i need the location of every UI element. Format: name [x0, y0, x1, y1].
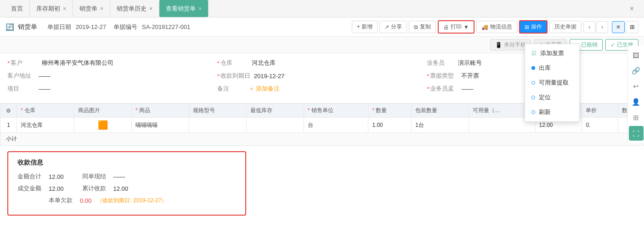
share-button[interactable]: ↗ 分享 [379, 21, 407, 33]
effective-icon: ✓ [610, 42, 615, 48]
share-icon: ↗ [384, 24, 389, 30]
th-unit: * 销售单位 [304, 104, 368, 118]
operate-icon: ⊞ [525, 24, 529, 30]
customer-field: * 客户 柳州粤港平安气体有限公司 [7, 59, 217, 67]
dropdown-outbound[interactable]: 出库 [525, 61, 579, 75]
warehouse-field: * 仓库 河北仓库 [217, 59, 427, 67]
staff-value: 演示账号 [458, 59, 482, 67]
close-view-sales[interactable]: × [198, 6, 202, 12]
same-order-label: 同单现结 [82, 172, 110, 181]
copy-icon: ⧉ [414, 24, 418, 30]
tab-inventory-init[interactable]: 库存期初 × [30, 0, 73, 17]
subtotal-label: 小计 [0, 133, 644, 146]
ticket-value: 不开票 [461, 72, 479, 80]
sidebar-expand-icon[interactable]: ⛶ [629, 126, 644, 141]
close-inventory-init[interactable]: × [63, 6, 66, 12]
logistics-icon: 🚚 [481, 24, 488, 30]
number-label: 单据编号 SA-20191227-001 [113, 23, 190, 31]
tab-view-sales[interactable]: 查看销货单 × [159, 0, 209, 17]
close-sales-history[interactable]: × [149, 6, 153, 12]
owed-item: 本单欠款 0.00 （收款到期日: 2019-12-27） [49, 196, 167, 205]
tab-bar: 首页 库存期初 × 销货单 × 销货单历史 × 查看销货单 × × [0, 0, 644, 17]
address-value: —— [39, 73, 51, 80]
th-product: * 商品 [131, 104, 189, 118]
cumulative-label: 累计收款 [82, 184, 110, 193]
tab-home[interactable]: 首页 [5, 0, 30, 17]
cell-price: 0. [582, 118, 618, 133]
th-spec: 规格型号 [189, 104, 246, 118]
doc-title-area: 🔄 销货单 [6, 23, 37, 31]
sidebar-grid-icon[interactable]: ⊞ [629, 110, 644, 125]
th-img: 商品图片 [74, 104, 131, 118]
operate-button[interactable]: ⊞ 操作 [519, 20, 548, 34]
radio-dot-blue [531, 66, 535, 70]
transaction-label: 成交金额 [17, 184, 45, 193]
view-buttons: ≡ ⊞ [612, 21, 638, 33]
th-settings[interactable]: ⚙ [0, 104, 17, 118]
checkbox-icon: ☑ [531, 50, 537, 57]
cell-warehouse: 河北仓库 [17, 118, 74, 133]
list-view-button[interactable]: ≡ [612, 21, 625, 33]
next-button[interactable]: › [596, 21, 608, 33]
address-label: 客户地址 [7, 72, 35, 80]
cell-product: 嗝嗝嗝嗝 [131, 118, 189, 133]
radio-dot-outline-2 [531, 96, 535, 99]
owed-label: 本单欠款 [49, 196, 76, 205]
tab-sales-history[interactable]: 销货单历史 × [110, 0, 159, 17]
payment-row-1: 金额合计 12.00 同单现结 —— [17, 172, 236, 181]
cell-qty: 1.00 [368, 118, 412, 133]
total-label: 金额合计 [17, 172, 45, 181]
sidebar-return-icon[interactable]: ↩ [629, 79, 644, 94]
main-toolbar: 🔄 销货单 单据日期 2019-12-27 单据编号 SA-20191227-0… [0, 17, 644, 37]
cell-spec [189, 118, 246, 133]
grid-view-button[interactable]: ⊞ [626, 21, 638, 33]
sidebar-user-icon[interactable]: 👤 [629, 95, 644, 109]
doc-meta: 单据日期 2019-12-27 单据编号 SA-20191227-001 [47, 23, 190, 31]
total-value: 12.00 [49, 173, 64, 180]
dropdown-refresh[interactable]: 刷新 [525, 105, 579, 120]
number-value: SA-20191227-001 [142, 23, 191, 30]
address-field: 客户地址 —— [7, 72, 217, 80]
th-price: 单价 [582, 104, 618, 118]
note-label: 备注 [217, 85, 245, 93]
cumulative-item: 累计收款 12.00 [82, 184, 129, 193]
staff2-value: —— [461, 85, 473, 92]
staff-label: 业务员 [427, 59, 454, 67]
tab-bar-close[interactable]: × [624, 5, 639, 13]
cell-pkg-qty: 1台 [412, 118, 469, 133]
date-label: 单据日期 2019-12-27 [47, 23, 106, 31]
close-sales[interactable]: × [100, 6, 103, 12]
plus-icon: ＋ [249, 85, 254, 93]
print-button[interactable]: 🖨 打印 ▼ [438, 20, 475, 34]
th-warehouse: * 仓库 [17, 104, 74, 118]
sidebar-image-icon[interactable]: 🖼 [629, 48, 644, 63]
mobile-icon: 📱 [495, 42, 502, 48]
logistics-button[interactable]: 🚚 物流信息 [476, 21, 517, 33]
due-date-field: * 收款到期日 2019-12-27 [217, 72, 427, 80]
dropdown-locate[interactable]: 定位 [525, 90, 579, 105]
transaction-value: 12.00 [49, 185, 64, 192]
cumulative-value: 12.00 [113, 185, 129, 192]
staff2-label: 业务员孟 [430, 85, 458, 93]
payment-section: 收款信息 金额合计 12.00 同单现结 —— 成交金额 12.00 累计收款 [7, 151, 246, 216]
sidebar-link-icon[interactable]: 🔗 [629, 63, 644, 78]
project-label: 项目 [7, 85, 35, 93]
subtotal-row: 小计 [0, 133, 644, 146]
transaction-item: 成交金额 12.00 [17, 184, 64, 193]
print-dropdown-icon: ▼ [463, 24, 469, 30]
add-note-button[interactable]: ＋ 添加备注 [249, 85, 280, 93]
prev-button[interactable]: ‹ [583, 21, 595, 33]
copy-button[interactable]: ⧉ 复制 [409, 21, 436, 33]
dropdown-available[interactable]: 可用量提取 [525, 75, 579, 90]
payment-title: 收款信息 [17, 159, 236, 167]
cell-unit: 台 [304, 118, 368, 133]
project-field: 项目 —— [7, 85, 217, 93]
history-button[interactable]: 历史单据 [549, 21, 582, 33]
th-pkg-qty: 包装数量 [412, 104, 469, 118]
cell-img: 🟧 [74, 118, 131, 133]
new-button[interactable]: + 新增 [352, 21, 378, 33]
dropdown-add-invoice[interactable]: ☑ 添加发票 [525, 46, 579, 61]
cell-seq: 1 [0, 118, 17, 133]
tab-sales[interactable]: 销货单 × [73, 0, 110, 17]
project-value: —— [39, 85, 51, 92]
